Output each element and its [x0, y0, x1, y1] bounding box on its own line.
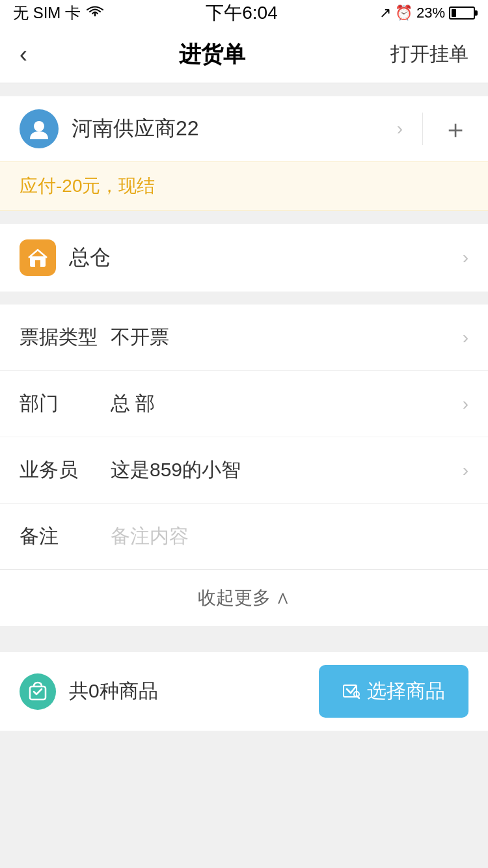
battery-percent: 23%	[416, 5, 445, 21]
sim-label: 无 SIM 卡	[13, 3, 81, 23]
invoice-label: 票据类型	[20, 324, 104, 351]
sales-row[interactable]: 业务员 这是859的小智 ›	[0, 437, 488, 504]
supplier-right: › ＋	[397, 113, 468, 145]
status-bar: 无 SIM 卡 下午6:04 ↗ ⏰ 23%	[0, 0, 488, 26]
sales-value: 这是859的小智	[104, 457, 463, 483]
warehouse-row[interactable]: 总仓 ›	[0, 224, 488, 292]
select-goods-button[interactable]: 选择商品	[319, 665, 468, 718]
location-icon: ↗	[379, 5, 391, 21]
main-background	[0, 731, 488, 868]
remark-input[interactable]: 备注内容	[104, 523, 468, 550]
add-supplier-button[interactable]: ＋	[442, 116, 468, 142]
remark-row[interactable]: 备注 备注内容	[0, 504, 488, 569]
goods-icon	[20, 673, 56, 710]
battery-icon	[449, 7, 475, 20]
gap-2	[0, 626, 488, 639]
back-button[interactable]: ‹	[20, 34, 34, 75]
invoice-chevron-icon: ›	[463, 327, 468, 348]
supplier-notice: 应付-20元，现结	[0, 161, 488, 211]
dept-chevron-icon: ›	[463, 394, 468, 414]
goods-count: 共0种商品	[69, 678, 306, 705]
supplier-divider	[422, 113, 423, 145]
supplier-chevron-icon: ›	[397, 118, 403, 139]
form-section: 票据类型 不开票 › 部门 总 部 › 业务员 这是859的小智 › 备注 备注…	[0, 305, 488, 569]
supplier-name: 河南供应商22	[72, 115, 397, 143]
status-time: 下午6:04	[206, 1, 278, 25]
svg-point-0	[34, 121, 44, 131]
supplier-avatar	[20, 109, 59, 148]
gap-1	[0, 83, 488, 96]
invoice-row[interactable]: 票据类型 不开票 ›	[0, 305, 488, 371]
open-pending-button[interactable]: 打开挂单	[390, 41, 468, 68]
dept-value: 总 部	[104, 390, 463, 417]
collapse-label: 收起更多 ∧	[198, 586, 291, 610]
wifi-icon	[86, 4, 104, 22]
warehouse-name: 总仓	[69, 243, 463, 272]
invoice-value: 不开票	[104, 324, 463, 351]
remark-label: 备注	[20, 523, 104, 550]
warehouse-chevron-icon: ›	[463, 247, 468, 268]
status-right: ↗ ⏰ 23%	[379, 5, 475, 21]
supplier-row[interactable]: 河南供应商22 › ＋	[0, 96, 488, 161]
dept-row[interactable]: 部门 总 部 ›	[0, 371, 488, 437]
header: ‹ 进货单 打开挂单	[0, 26, 488, 83]
page-title: 进货单	[179, 40, 245, 70]
sales-label: 业务员	[20, 457, 104, 483]
collapse-button[interactable]: 收起更多 ∧	[0, 569, 488, 626]
status-left: 无 SIM 卡	[13, 3, 104, 23]
footer-bar: 共0种商品 选择商品	[0, 652, 488, 731]
svg-rect-2	[35, 260, 40, 267]
warehouse-section: 总仓 ›	[0, 224, 488, 292]
alarm-icon: ⏰	[395, 5, 413, 21]
supplier-section: 河南供应商22 › ＋ 应付-20元，现结	[0, 96, 488, 211]
select-goods-label: 选择商品	[367, 678, 445, 705]
dept-label: 部门	[20, 390, 104, 417]
warehouse-icon	[20, 239, 56, 276]
sales-chevron-icon: ›	[463, 460, 468, 481]
